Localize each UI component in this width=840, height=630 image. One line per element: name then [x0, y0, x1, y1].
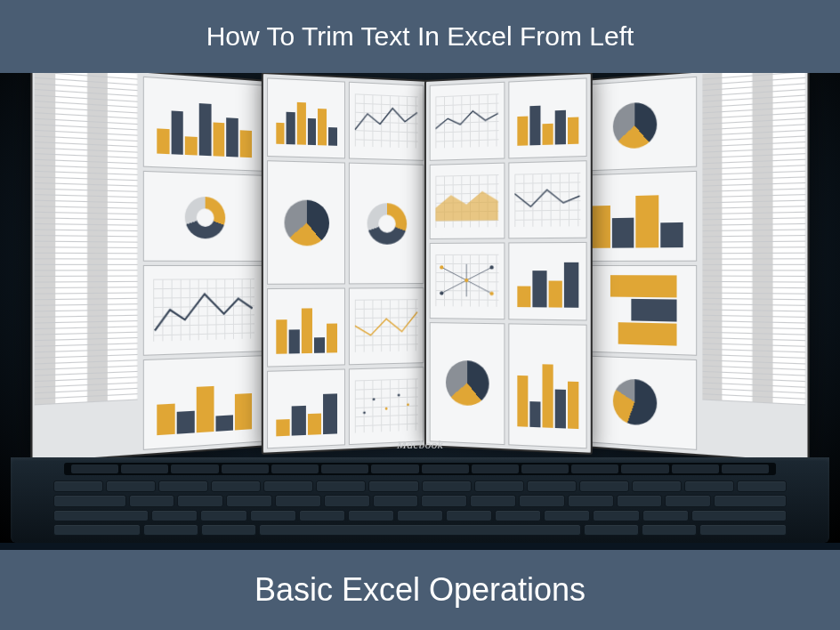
bar-chart-icon [267, 368, 345, 448]
laptop-illustration: for(let i=0;i<58;i++)document.write('<di… [0, 73, 840, 543]
svg-point-12 [490, 266, 494, 270]
line-chart-icon [143, 265, 263, 356]
pie-chart-icon [267, 160, 345, 285]
laptop-screens: for(let i=0;i<58;i++)document.write('<di… [11, 75, 829, 457]
laptop: for(let i=0;i<58;i++)document.write('<di… [11, 75, 829, 543]
svg-point-10 [490, 292, 494, 295]
bar-chart-icon [508, 242, 586, 320]
line-chart-icon [430, 82, 505, 161]
svg-point-9 [440, 266, 444, 270]
touchbar: for(let i=0;i<14;i++)document.write('<di… [64, 463, 776, 475]
bar-chart-icon [508, 323, 586, 448]
keyboard-keys: for(let i=0;i<14;i++)document.write('<di… [53, 481, 787, 536]
bar-chart-icon [577, 171, 697, 262]
pie-chart-icon [430, 322, 505, 446]
svg-point-11 [440, 292, 444, 295]
screen-panel-center-left [262, 73, 429, 455]
area-chart-icon [430, 162, 505, 239]
bar-chart-icon [143, 77, 263, 172]
screen-panel-center-right [424, 73, 593, 455]
bar-chart-icon [577, 265, 697, 356]
svg-point-0 [363, 411, 366, 414]
svg-point-4 [408, 403, 410, 406]
svg-point-1 [373, 398, 376, 400]
donut-chart-icon [143, 171, 263, 262]
title-banner-top: How To Trim Text In Excel From Left [0, 0, 840, 73]
spreadsheet-rows: for(let i=0;i<58;i++)document.write('<di… [700, 73, 808, 462]
title-top-text: How To Trim Text In Excel From Left [206, 21, 634, 51]
network-chart-icon [430, 242, 505, 319]
svg-point-13 [465, 279, 469, 282]
line-chart-icon [349, 82, 424, 161]
bar-chart-icon [143, 355, 263, 450]
svg-point-3 [398, 394, 400, 397]
bar-chart-icon [508, 77, 586, 158]
screen-panel-right: for(let i=0;i<58;i++)document.write('<di… [571, 73, 810, 464]
title-bottom-text: Basic Excel Operations [254, 571, 586, 608]
pie-chart-icon [577, 77, 697, 172]
screen-panel-left: for(let i=0;i<58;i++)document.write('<di… [30, 73, 269, 464]
line-chart-icon [508, 160, 586, 239]
bar-chart-icon [267, 288, 345, 368]
pie-chart-icon [577, 355, 697, 450]
scatter-chart-icon [349, 367, 424, 445]
donut-chart-icon [349, 162, 424, 284]
spreadsheet-rows: for(let i=0;i<58;i++)document.write('<di… [33, 73, 141, 462]
svg-point-2 [385, 408, 388, 410]
svg-marker-5 [436, 190, 498, 221]
title-banner-bottom: Basic Excel Operations [0, 550, 840, 630]
laptop-brand-label: Macbook [397, 438, 443, 452]
bar-chart-icon [267, 77, 345, 158]
laptop-keyboard: for(let i=0;i<14;i++)document.write('<di… [11, 457, 829, 543]
line-chart-icon [349, 287, 424, 365]
